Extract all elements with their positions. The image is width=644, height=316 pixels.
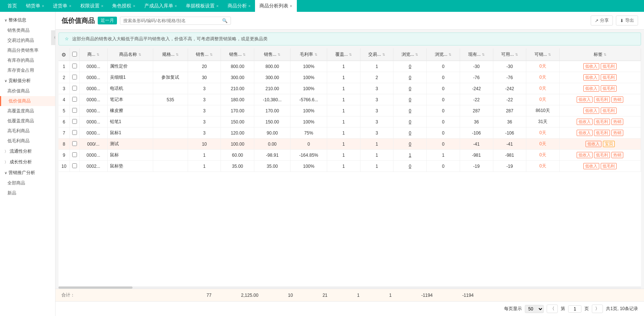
row-checkbox[interactable]	[72, 108, 77, 113]
browse-link[interactable]: 0	[409, 164, 411, 169]
browse-link[interactable]: 0	[409, 75, 411, 80]
close-icon[interactable]: ×	[175, 4, 177, 8]
close-icon[interactable]: ×	[69, 4, 71, 8]
row-browse1[interactable]: 0	[393, 105, 427, 116]
row-checkbox[interactable]	[72, 130, 77, 135]
sidebar-item-high-coverage[interactable]: 高覆盖度商品	[0, 106, 55, 116]
search-input[interactable]	[123, 18, 221, 23]
current-page-input[interactable]	[568, 305, 581, 313]
nav-item-roles[interactable]: 角色授权 ×	[108, 0, 140, 12]
close-icon[interactable]: ×	[42, 4, 44, 8]
browse-link[interactable]: 0	[409, 86, 411, 91]
table-wrapper[interactable]: ⚙ 商... ⇅ 商品名称 ⇅ 规格... ⇅ 销售... ⇅ 销售... ⇅ …	[58, 48, 641, 286]
th-name[interactable]: 商品名称 ⇅	[107, 48, 153, 61]
th-coverage[interactable]: 覆盖... ⇅	[327, 48, 360, 61]
browse-link[interactable]: 0	[409, 108, 411, 113]
sidebar-section-marketing[interactable]: ∨ 营销推广分析	[0, 167, 55, 178]
sidebar-item-stocked-products[interactable]: 有库存的商品	[0, 55, 55, 65]
row-checkbox[interactable]	[72, 152, 77, 157]
row-browse1[interactable]: 0	[393, 94, 427, 105]
close-icon[interactable]: ×	[133, 4, 135, 8]
browse-link[interactable]: 0	[409, 119, 411, 125]
th-avail[interactable]: 可用... ⇅	[493, 48, 526, 61]
sidebar-item-low-value[interactable]: 低价值商品	[0, 96, 55, 106]
row-browse1[interactable]: 0	[393, 72, 427, 83]
sidebar-collapse-button[interactable]: 《	[51, 30, 56, 45]
row-checkbox[interactable]	[72, 163, 77, 168]
th-saleable[interactable]: 可销... ⇅	[526, 48, 560, 61]
sidebar-item-stock-capital[interactable]: 库存资金占用	[0, 65, 55, 75]
row-checkbox-cell[interactable]	[70, 72, 79, 83]
row-checkbox[interactable]	[72, 141, 77, 146]
th-code[interactable]: 商... ⇅	[79, 48, 107, 61]
row-browse1[interactable]: 0	[393, 83, 427, 94]
settings-icon[interactable]: ⚙	[61, 52, 66, 58]
row-browse1[interactable]: 0	[393, 161, 427, 172]
close-icon[interactable]: ×	[101, 4, 103, 8]
nav-item-home[interactable]: 首页	[3, 0, 21, 12]
row-checkbox-cell[interactable]	[70, 128, 79, 139]
row-checkbox[interactable]	[72, 97, 77, 102]
browse-link[interactable]: 0	[409, 97, 411, 102]
row-checkbox[interactable]	[72, 119, 77, 124]
row-checkbox[interactable]	[72, 86, 77, 91]
row-browse1[interactable]: 0	[393, 139, 427, 150]
search-icon[interactable]: 🔍	[222, 18, 228, 23]
sidebar-section-growth[interactable]: 〉 成长性分析	[0, 157, 55, 167]
row-browse1[interactable]: 1	[393, 150, 427, 161]
sidebar-item-new-products[interactable]: 新品	[0, 188, 55, 198]
th-browse2[interactable]: 浏览... ⇅	[427, 48, 460, 61]
nav-item-purchase[interactable]: 进货单 ×	[48, 0, 76, 12]
row-browse1[interactable]: 0	[393, 128, 427, 139]
sidebar-section-overall[interactable]: ∨ 整体信息	[0, 15, 55, 26]
sidebar-item-high-margin[interactable]: 高毛利商品	[0, 126, 55, 136]
row-checkbox-cell[interactable]	[70, 139, 79, 150]
sidebar-item-low-coverage[interactable]: 低覆盖度商品	[0, 116, 55, 126]
browse-link[interactable]: 0	[409, 130, 411, 136]
sidebar-item-category-sales[interactable]: 商品分类销售率	[0, 45, 55, 55]
sidebar-section-contribution[interactable]: ∨ 贡献值分析	[0, 75, 55, 86]
row-checkbox[interactable]	[72, 75, 77, 79]
th-settings[interactable]: ⚙	[58, 48, 70, 61]
row-checkbox-cell[interactable]	[70, 161, 79, 172]
nav-item-sales[interactable]: 销货单 ×	[21, 0, 48, 12]
row-browse1[interactable]: 0	[393, 61, 427, 72]
row-checkbox[interactable]	[72, 64, 77, 68]
sidebar-item-all-products[interactable]: 全部商品	[0, 178, 55, 188]
nav-item-permissions[interactable]: 权限设置 ×	[76, 0, 108, 12]
browse-link[interactable]: 0	[409, 142, 411, 147]
browse-link[interactable]: 0	[409, 64, 411, 69]
row-checkbox-cell[interactable]	[70, 105, 79, 116]
sidebar-item-low-margin[interactable]: 低毛利商品	[0, 136, 55, 146]
th-stock[interactable]: 现有... ⇅	[460, 48, 493, 61]
search-box[interactable]: 🔍	[120, 17, 231, 25]
row-checkbox-cell[interactable]	[70, 116, 79, 128]
th-tags[interactable]: 标签 ⇅	[559, 48, 641, 61]
th-sales2[interactable]: 销售... ⇅	[221, 48, 254, 61]
nav-item-analysis-list[interactable]: 商品分析列表 ×	[255, 0, 296, 12]
row-checkbox-cell[interactable]	[70, 150, 79, 161]
per-page-select[interactable]: 50 100 200	[525, 305, 544, 313]
browse-link[interactable]: 1	[409, 153, 411, 158]
sidebar-item-sales-products[interactable]: 销售类商品	[0, 26, 55, 35]
close-icon[interactable]: ×	[290, 4, 292, 8]
row-checkbox-cell[interactable]	[70, 83, 79, 94]
next-page-button[interactable]: 〉	[592, 305, 603, 313]
th-profit[interactable]: 毛利率 ⇅	[291, 48, 327, 61]
close-icon[interactable]: ×	[216, 4, 218, 8]
row-checkbox-cell[interactable]	[70, 94, 79, 105]
nav-item-production[interactable]: 产成品入库单 ×	[140, 0, 181, 12]
th-browse1[interactable]: 浏览... ⇅	[393, 48, 427, 61]
prev-page-button[interactable]: 〈	[547, 305, 558, 313]
nav-item-template[interactable]: 单据模板设置 ×	[181, 0, 223, 12]
export-button[interactable]: ⬇ 导出	[616, 16, 638, 26]
sidebar-section-circulation[interactable]: 〉 流通性分析	[0, 146, 55, 157]
close-icon[interactable]: ×	[248, 4, 251, 8]
th-sales3[interactable]: 销售... ⇅	[254, 48, 291, 61]
select-all-checkbox[interactable]	[72, 52, 77, 57]
nav-item-analysis[interactable]: 商品分析 ×	[223, 0, 255, 12]
row-checkbox-cell[interactable]	[70, 61, 79, 72]
period-tag-button[interactable]: 近一月	[98, 17, 117, 24]
sidebar-item-traded-products[interactable]: 交易过的商品	[0, 35, 55, 45]
sidebar-item-high-value[interactable]: 高价值商品	[0, 86, 55, 96]
